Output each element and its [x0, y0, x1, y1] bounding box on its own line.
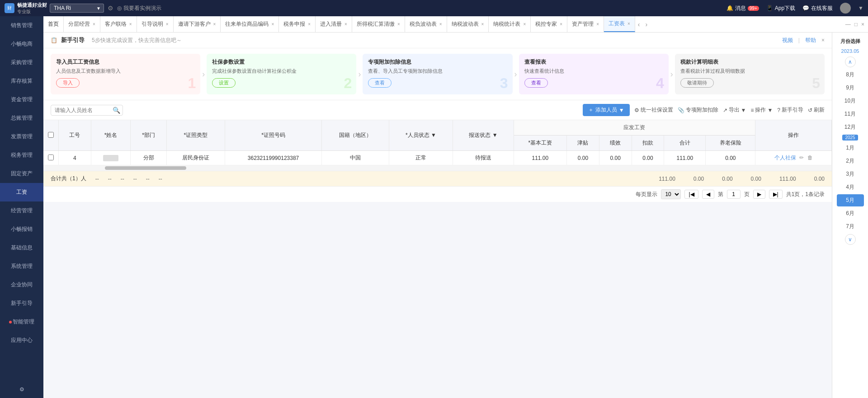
- sidebar-item-ecommerce[interactable]: 小畅电商: [0, 35, 43, 53]
- scrollbar-thumb[interactable]: [105, 166, 186, 170]
- tab-prev-btn[interactable]: ‹: [635, 21, 643, 28]
- tab-assets[interactable]: 资产管理×: [567, 16, 604, 32]
- next-page-btn[interactable]: ▶: [753, 190, 765, 199]
- sidebar-item-payroll[interactable]: 工资: [0, 183, 43, 201]
- tab-close-assets[interactable]: ×: [596, 22, 599, 27]
- month-down-btn[interactable]: ∨: [845, 234, 856, 245]
- operations-btn[interactable]: ≡ 操作 ▼: [750, 106, 773, 114]
- special-deduction-btn[interactable]: 📎 专项附加扣除: [678, 106, 718, 114]
- row-op-personal-insurance[interactable]: 个人社保: [774, 155, 796, 161]
- step-4-btn[interactable]: 查看: [524, 78, 548, 88]
- sidebar-item-enterprise[interactable]: 企业协同: [0, 276, 43, 294]
- tab-close-tax-expert[interactable]: ×: [560, 22, 562, 27]
- app-download-btn[interactable]: 📱 App下载: [766, 5, 795, 12]
- report-filter-icon[interactable]: ▼: [492, 132, 498, 138]
- social-insurance-btn[interactable]: ⚙ 统一社保设置: [634, 106, 673, 114]
- sidebar-item-inventory[interactable]: 库存核算: [0, 72, 43, 90]
- step-1-btn[interactable]: 导入: [56, 78, 80, 88]
- month-3[interactable]: 3月: [837, 168, 864, 180]
- settings-icon[interactable]: ⚙: [108, 5, 113, 12]
- tab-guide-desc[interactable]: 引导说明×: [137, 16, 174, 32]
- sidebar-item-purchase[interactable]: 采购管理: [0, 53, 43, 72]
- export-btn[interactable]: ↗ 导出 ▼: [723, 106, 746, 114]
- search-input[interactable]: [51, 105, 123, 116]
- last-page-btn[interactable]: ▶|: [769, 190, 783, 199]
- month-1[interactable]: 1月: [837, 142, 864, 154]
- tab-income-tax[interactable]: 所得税汇算清缴×: [352, 16, 405, 32]
- tab-close-invite[interactable]: ×: [213, 22, 216, 27]
- tab-tax-report[interactable]: 税务申报×: [279, 16, 316, 32]
- search-icon[interactable]: 🔍: [113, 107, 120, 114]
- tab-product-code[interactable]: 往来单位商品编码×: [221, 16, 279, 32]
- row-op-edit-icon[interactable]: ✏: [799, 155, 804, 161]
- month-6[interactable]: 6月: [837, 207, 864, 220]
- tab-close-clearance[interactable]: ×: [344, 22, 347, 27]
- tab-close-layered[interactable]: ×: [93, 22, 95, 27]
- first-page-btn[interactable]: |◀: [684, 190, 698, 199]
- tab-close-all-btn[interactable]: ×: [861, 21, 864, 28]
- sidebar-item-reimbursement[interactable]: 小畅报销: [0, 220, 43, 239]
- tab-close-tax-fluctuation[interactable]: ×: [481, 22, 484, 27]
- month-9[interactable]: 9月: [837, 82, 864, 94]
- tab-maximize-btn[interactable]: □: [854, 21, 858, 28]
- tab-payroll[interactable]: 工资表×: [604, 16, 635, 32]
- tab-invite[interactable]: 邀请下游客户×: [174, 16, 221, 32]
- sidebar-item-system[interactable]: 系统管理: [0, 257, 43, 276]
- sidebar-item-sales[interactable]: 销售管理: [0, 16, 43, 35]
- sidebar-item-operations[interactable]: 经营管理: [0, 201, 43, 220]
- tab-crm[interactable]: 客户联络×: [100, 16, 137, 32]
- month-up-btn[interactable]: ∧: [845, 56, 856, 67]
- sidebar-item-finance[interactable]: 资金管理: [0, 90, 43, 109]
- tab-layered[interactable]: 分层经营×: [64, 16, 100, 32]
- select-all-checkbox[interactable]: [48, 132, 54, 138]
- sidebar-item-apps[interactable]: 应用中心: [0, 331, 43, 350]
- sidebar-item-assets[interactable]: 固定资产: [0, 164, 43, 183]
- tab-close-tax-report[interactable]: ×: [308, 22, 311, 27]
- prev-page-btn[interactable]: ◀: [702, 190, 714, 199]
- tab-tax-stats[interactable]: 纳税统计表×: [489, 16, 531, 32]
- step-5-btn[interactable]: 敬请期待: [680, 78, 714, 88]
- page-input[interactable]: [727, 190, 741, 199]
- tab-home[interactable]: 首页: [43, 16, 64, 32]
- demo-btn[interactable]: ◎ 我要看实例演示: [117, 5, 161, 12]
- tab-close-payroll[interactable]: ×: [627, 21, 630, 26]
- page-size-select[interactable]: 10 20 50: [661, 189, 681, 199]
- tab-close-product-code[interactable]: ×: [271, 22, 274, 27]
- month-10[interactable]: 10月: [837, 95, 864, 107]
- guide-video-btn[interactable]: 视频: [782, 37, 793, 44]
- month-4[interactable]: 4月: [837, 181, 864, 193]
- tab-close-income-tax[interactable]: ×: [397, 22, 400, 27]
- month-12[interactable]: 12月: [837, 121, 864, 133]
- row-op-delete-icon[interactable]: 🗑: [807, 155, 813, 161]
- online-service-btn[interactable]: 💬 在线客服: [802, 5, 833, 12]
- tab-close-tax-burden[interactable]: ×: [439, 22, 442, 27]
- sidebar-item-basic-info[interactable]: 基础信息: [0, 239, 43, 257]
- month-7[interactable]: 7月: [837, 220, 864, 233]
- notification-btn[interactable]: 🔔 消息 99+: [726, 5, 759, 12]
- status-filter-icon[interactable]: ▼: [431, 132, 436, 138]
- refresh-btn[interactable]: ↺ 刷新: [808, 106, 825, 114]
- guide-close-btn[interactable]: ×: [821, 37, 825, 43]
- sidebar-item-ai[interactable]: 智能管理: [0, 313, 43, 331]
- user-menu-icon[interactable]: ▼: [858, 5, 863, 11]
- tab-clearance[interactable]: 进入清册×: [316, 16, 352, 32]
- tab-minimize-btn[interactable]: —: [845, 21, 851, 28]
- tab-tax-expert[interactable]: 税控专家×: [531, 16, 567, 32]
- month-8[interactable]: 8月: [837, 69, 864, 81]
- company-selector[interactable]: THA Ri ▼: [50, 4, 104, 13]
- tab-next-btn[interactable]: ›: [642, 21, 650, 28]
- tab-tax-fluctuation[interactable]: 纳税波动表×: [447, 16, 489, 32]
- horizontal-scrollbar[interactable]: [43, 165, 832, 171]
- sidebar-settings-btn[interactable]: ⚙: [0, 381, 43, 398]
- guide-help-btn[interactable]: 帮助: [805, 37, 816, 44]
- tab-close-guide-desc[interactable]: ×: [166, 22, 169, 27]
- tab-close-crm[interactable]: ×: [129, 22, 132, 27]
- step-2-btn[interactable]: 设置: [212, 78, 236, 88]
- tab-close-tax-stats[interactable]: ×: [523, 22, 526, 27]
- month-5[interactable]: 5月: [837, 194, 864, 206]
- add-person-btn[interactable]: ＋ 添加人员 ▼: [583, 104, 630, 116]
- month-2[interactable]: 2月: [837, 155, 864, 167]
- newbie-guide-btn[interactable]: ? 新手引导: [777, 106, 803, 114]
- sidebar-item-ledger[interactable]: 总账管理: [0, 109, 43, 127]
- sidebar-item-tax[interactable]: 税务管理: [0, 146, 43, 164]
